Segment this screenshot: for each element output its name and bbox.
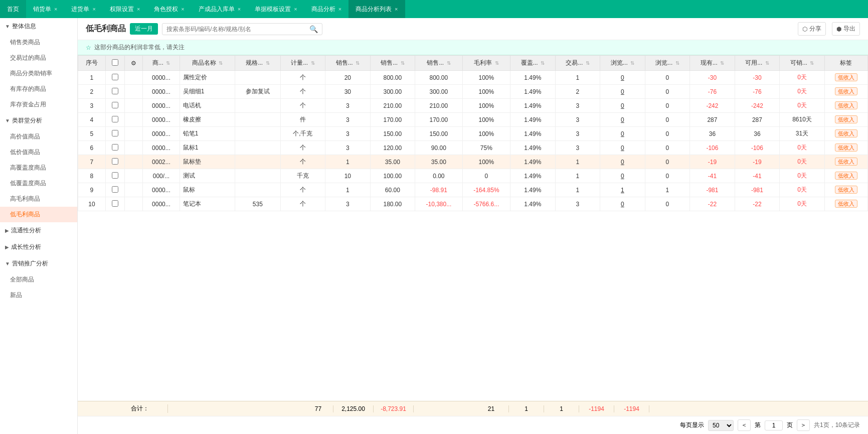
sidebar-item-sales-goods[interactable]: 销售类商品: [0, 35, 77, 50]
check-cell: [105, 183, 125, 197]
sidebar-item-low-value[interactable]: 低价值商品: [0, 144, 77, 160]
browse1-link[interactable]: 0: [621, 144, 624, 152]
browse1-link[interactable]: 0: [621, 88, 624, 95]
sidebar-item-category-sales-rate[interactable]: 商品分类助销率: [0, 66, 77, 81]
per-page-label: 每页显示: [680, 421, 704, 429]
row-checkbox[interactable]: [112, 144, 118, 151]
row-checkbox[interactable]: [112, 172, 118, 179]
row-checkbox[interactable]: [112, 130, 118, 136]
cover-rate-cell: 1.49%: [510, 85, 556, 99]
nav-product-analysis[interactable]: 商品分析 ×: [304, 0, 349, 18]
nav-home[interactable]: 首页: [0, 0, 26, 18]
total-label: 合计：: [128, 404, 168, 413]
sale-profit-cell: -10,380...: [415, 197, 463, 211]
page-number-input[interactable]: [765, 420, 783, 430]
browse1-link[interactable]: 0: [621, 102, 624, 109]
browse1-cell: 0: [600, 113, 645, 127]
unit-cell: 个: [280, 155, 325, 169]
nav-product-analysis-list[interactable]: 商品分析列表 ×: [349, 0, 405, 18]
browse1-link[interactable]: 0: [621, 130, 624, 137]
spec-cell: [235, 155, 281, 169]
browse2-cell: 0: [645, 197, 690, 211]
browse2-cell: 0: [645, 155, 690, 169]
sale-price-cell: 35.00: [370, 155, 415, 169]
nav-purchase-order[interactable]: 进货单 ×: [64, 0, 102, 18]
sidebar-group-flow[interactable]: ▶ 流通性分析: [0, 222, 77, 239]
row-checkbox[interactable]: [112, 116, 118, 122]
row-checkbox[interactable]: [112, 158, 118, 165]
select-all-checkbox[interactable]: [112, 59, 118, 66]
col-header-settings[interactable]: ⚙: [125, 56, 143, 71]
row-checkbox[interactable]: [112, 186, 118, 193]
share-button[interactable]: ⬡ 分享: [798, 22, 826, 36]
tag-badge: 低收入: [835, 115, 857, 123]
col-header-check[interactable]: [105, 56, 125, 71]
available-cell: 36: [735, 127, 780, 141]
nav-template-settings[interactable]: 单据模板设置 ×: [248, 0, 304, 18]
per-page-select[interactable]: 50 100 200: [708, 420, 734, 431]
spec-cell: 535: [235, 197, 281, 211]
current-stock-cell: -106: [690, 141, 735, 155]
row-checkbox[interactable]: [112, 88, 118, 94]
nav-permission[interactable]: 权限设置 ×: [103, 0, 147, 18]
sidebar-group-growth[interactable]: ▶ 成长性分析: [0, 239, 77, 255]
sidebar-item-all-goods[interactable]: 全部商品: [0, 272, 77, 287]
unit-cell: 个: [280, 85, 325, 99]
tag-badge: 低收入: [835, 101, 857, 109]
export-button[interactable]: ⬢ 导出: [832, 22, 860, 36]
browse2-cell: 0: [645, 71, 690, 85]
sidebar-item-low-coverage[interactable]: 低覆盖度商品: [0, 176, 77, 191]
close-icon[interactable]: ×: [54, 6, 57, 12]
close-icon[interactable]: ×: [137, 6, 140, 12]
sale-qty-cell: 1: [325, 155, 371, 169]
sidebar-group-marketing[interactable]: ▼ 营销推广分析: [0, 255, 77, 272]
close-icon[interactable]: ×: [181, 6, 184, 12]
chevron-down-icon: ▼: [5, 118, 10, 123]
browse1-link[interactable]: 0: [621, 201, 624, 208]
page-suffix-label: 页: [787, 421, 793, 429]
sidebar-item-stock-capital[interactable]: 库存资金占用: [0, 97, 77, 112]
sale-profit-cell: 0.00: [415, 169, 463, 183]
seq-cell: 10: [78, 197, 106, 211]
sale-profit-cell: 35.00: [415, 155, 463, 169]
tag-cell: 低收入: [824, 183, 867, 197]
browse1-link[interactable]: 1: [621, 187, 624, 194]
chevron-right-icon: ▶: [5, 244, 9, 250]
sidebar-item-stocked-goods[interactable]: 有库存的商品: [0, 81, 77, 97]
sidebar-group-overall[interactable]: ▼ 整体信息: [0, 18, 77, 35]
browse1-link[interactable]: 0: [621, 173, 624, 180]
sidebar-item-traded-goods[interactable]: 交易过的商品: [0, 50, 77, 66]
settings-cell: [125, 99, 143, 113]
close-icon[interactable]: ×: [92, 6, 95, 12]
browse1-link[interactable]: 0: [621, 116, 624, 123]
nav-product-storage[interactable]: 产成品入库单 ×: [192, 0, 248, 18]
row-checkbox[interactable]: [112, 74, 118, 80]
sidebar-item-high-value[interactable]: 高价值商品: [0, 129, 77, 144]
sidebar-item-high-coverage[interactable]: 高覆盖度商品: [0, 160, 77, 176]
sidebar-item-high-margin[interactable]: 高毛利商品: [0, 191, 77, 207]
browse1-link[interactable]: 0: [621, 74, 624, 81]
row-checkbox[interactable]: [112, 200, 118, 207]
search-icon[interactable]: 🔍: [309, 25, 318, 33]
settings-icon[interactable]: ⚙: [131, 60, 136, 67]
cover-rate-cell: 1.49%: [510, 113, 556, 127]
sidebar-item-new-goods[interactable]: 新品: [0, 287, 77, 303]
date-filter-button[interactable]: 近一月: [130, 23, 158, 35]
sidebar-group-cluster[interactable]: ▼ 类群堂分析: [0, 112, 77, 129]
nav-role-auth[interactable]: 角色授权 ×: [147, 0, 191, 18]
prev-page-button[interactable]: ＜: [738, 419, 751, 431]
close-icon[interactable]: ×: [395, 6, 398, 12]
sidebar-item-low-margin[interactable]: 低毛利商品: [0, 207, 77, 222]
close-icon[interactable]: ×: [338, 6, 341, 12]
row-checkbox[interactable]: [112, 102, 118, 108]
search-box: 🔍: [162, 23, 322, 35]
search-input[interactable]: [166, 26, 309, 33]
next-page-button[interactable]: ＞: [797, 419, 810, 431]
cover-rate-cell: 1.49%: [510, 99, 556, 113]
close-icon[interactable]: ×: [238, 6, 241, 12]
nav-sales-order[interactable]: 销货单 ×: [26, 0, 64, 18]
saleable-cell: 8610天: [780, 113, 825, 127]
close-icon[interactable]: ×: [294, 6, 297, 12]
tag-cell: 低收入: [824, 71, 867, 85]
browse1-link[interactable]: 0: [621, 159, 624, 166]
